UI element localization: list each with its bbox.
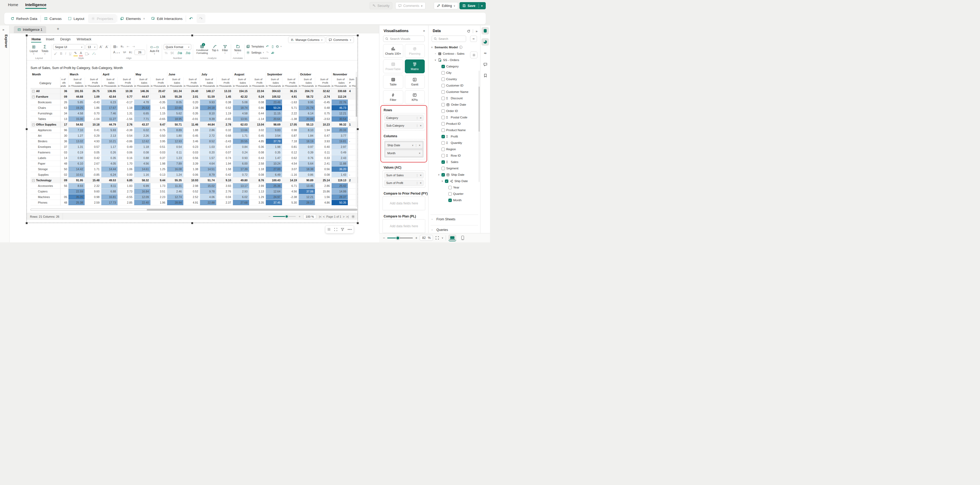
sales-value-cell[interactable]: 99.32 [332,122,348,128]
sales-value-cell[interactable]: 19.81 [332,139,348,144]
profit-value-cell[interactable]: 3.35 [250,200,266,206]
profit-value-cell[interactable]: 0.13 [151,172,167,178]
properties-button[interactable]: Properties [88,14,116,23]
profit-value-cell[interactable]: 32.62 [315,88,332,94]
sales-value-cell[interactable]: 191.55 [68,88,85,94]
sales-value-cell[interactable]: 58.72 [299,94,315,99]
row-field-chip[interactable]: Category⋮× [384,115,424,121]
sales-value-cell[interactable]: 4.58 [233,111,250,116]
profit-value-cell[interactable]: 1.86 [85,105,101,111]
column-field-chip[interactable]: Ship Date∨⋮× [385,142,423,148]
partial-value-cell[interactable]: 48 [60,200,68,206]
chevron-icon[interactable]: › [434,52,437,55]
collapse-icon[interactable]: − [32,90,35,93]
profit-value-cell[interactable]: 0.62 [282,155,299,161]
profit-value-cell[interactable]: 0.43 [250,155,266,161]
profit-value-cell[interactable]: 4.91 [282,94,299,99]
profit-value-cell[interactable]: 1.41 [151,105,167,111]
profit-value-cell[interactable]: 2.22 [282,111,299,116]
sales-value-cell[interactable]: 8.89 [167,128,184,133]
partial-value-cell[interactable]: 09 [60,94,68,99]
grow-font-icon[interactable]: A^ [99,45,103,49]
sales-value-cell[interactable]: 43.37 [134,122,151,128]
elements-button[interactable]: Elements∨ [117,13,148,24]
text-direction-icon[interactable]: A→∨ [113,50,121,55]
profit-value-cell[interactable]: 0.52 [184,189,200,194]
tree-item-month[interactable]: ✓Month [431,197,478,203]
profit-value-cell[interactable]: 4.86 [315,200,332,206]
sales-value-cell[interactable]: 112.24 [332,94,348,99]
profit-value-cell[interactable]: 3.93 [216,183,233,189]
sales-value-cell[interactable]: 22.40 [134,200,151,206]
notes-button[interactable]: Notes∨ [233,44,242,55]
checkbox-unchecked[interactable] [441,84,445,87]
sales-value-cell[interactable]: 14.42 [68,166,85,172]
collapse-icon[interactable]: − [32,179,35,182]
profit-value-cell[interactable]: 0.06 [184,172,200,178]
layout-button[interactable]: Layout [65,13,88,24]
profit-value-cell[interactable]: 15.48 [85,178,101,183]
profit-value-cell[interactable]: 0.50 [151,133,167,139]
add-sheet-button[interactable]: + [57,27,59,31]
sales-value-cell[interactable]: 1.47 [266,155,282,161]
partial-value-cell[interactable]: 36 [60,88,68,94]
profit-value-cell[interactable]: 0.70 [85,111,101,116]
profit-value-cell[interactable]: -1.63 [282,99,299,105]
chevron-down-icon[interactable]: ∨ [453,5,455,7]
profit-value-cell[interactable]: 2.32 [85,183,101,189]
history-icon[interactable] [276,45,279,48]
profit-value-cell[interactable]: -3.53 [315,116,332,122]
row-label[interactable]: −Furniture [30,94,60,99]
sales-value-cell[interactable]: 2.93 [233,189,250,194]
profit-value-cell[interactable]: 13.04 [250,122,266,128]
profit-value-cell[interactable]: -0.17 [118,99,134,105]
tree-item-city[interactable]: City [431,70,478,76]
profit-value-cell[interactable]: 0.36 [250,144,266,150]
profit-value-cell[interactable]: -1.38 [282,116,299,122]
sales-value-cell[interactable]: 11.27 [101,116,118,122]
comments-panel-button[interactable] [482,61,489,68]
profit-value-cell[interactable]: 0.81 [282,144,299,150]
horizontal-align-icon[interactable]: ≡∨ [120,44,124,49]
profit-value-cell[interactable]: 0.68 [216,133,233,139]
tree-item-region[interactable]: Region [431,146,478,152]
profit-value-cell[interactable]: 10.93 [184,178,200,183]
month-corner-cell[interactable]: Month [30,72,60,77]
sales-value-cell[interactable]: 44.84 [200,122,216,128]
profit-value-cell[interactable]: 0.47 [315,133,332,139]
tree-item-discount[interactable]: ΣDiscount [431,95,478,101]
redo-button[interactable]: ↷ [197,14,205,23]
profit-value-cell[interactable]: 0.00 [118,172,134,178]
resize-handle-s[interactable] [191,222,193,224]
profit-value-cell[interactable]: 2.73 [118,189,134,194]
checkbox-checked[interactable]: ✓ [449,199,452,202]
profit-value-cell[interactable]: 1.06 [118,166,134,172]
profit-value-cell[interactable]: 1.09 [85,94,101,99]
profit-value-cell[interactable]: 0.33 [315,155,332,161]
visual-tile-matrix[interactable]: Matrix [405,59,425,73]
tree-item-postal-code[interactable]: ΣPostal Code [431,114,478,121]
app-tab-home[interactable]: Home [8,3,18,7]
sales-value-cell[interactable]: 25.42 [332,183,348,189]
profit-value-cell[interactable]: 0.20 [184,99,200,105]
ribbon-tab-design[interactable]: Design [60,37,70,41]
profit-value-cell[interactable]: 0.48 [315,105,332,111]
profit-value-cell[interactable]: 0.23 [184,144,200,150]
month-header[interactable]: August [233,72,266,77]
profit-value-cell[interactable]: 0.51 [151,144,167,150]
totals-menu-button[interactable]: ΣTotals∨ [40,44,49,56]
profit-value-cell[interactable]: -0.65 [216,116,233,122]
sales-value-cell[interactable]: 4.06 [200,194,216,200]
profit-value-cell[interactable]: -0.38 [118,128,134,133]
sales-value-cell[interactable]: 12.09 [134,194,151,200]
sales-value-cell[interactable]: 6.24 [101,172,118,178]
sales-measure-header[interactable]: Sum ofSalesin Thousands [167,77,184,88]
sales-value-cell[interactable]: 2.97 [332,144,348,150]
partial-value-cell[interactable]: 63 [60,105,68,111]
profit-value-cell[interactable]: 0.56 [315,166,332,172]
sales-value-cell[interactable]: 5.93 [101,128,118,133]
profit-value-cell[interactable]: 0.08 [250,150,266,155]
sales-value-cell[interactable]: 0.35 [101,155,118,161]
profit-value-cell[interactable]: 1.56 [315,194,332,200]
profit-value-cell[interactable]: 0.07 [216,150,233,155]
